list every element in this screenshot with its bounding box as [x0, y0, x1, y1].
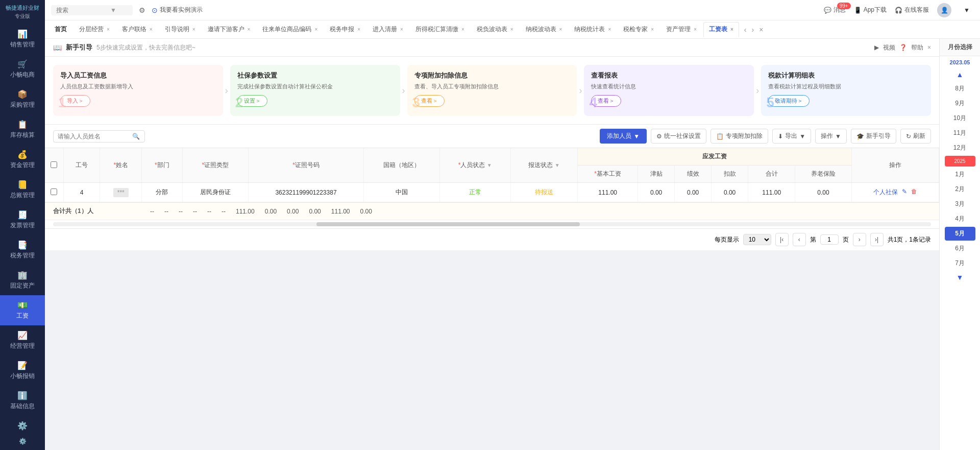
tab-tax-expert[interactable]: 税检专家 × [618, 22, 659, 37]
tab-clearance[interactable]: 进入清册 × [367, 22, 409, 37]
report-status-filter-icon[interactable]: ▼ [555, 162, 560, 168]
tab-tax-stats[interactable]: 纳税波动表 × [520, 22, 568, 37]
personal-social-security-link[interactable]: 个人社保 [873, 188, 898, 197]
tab-prev-icon[interactable]: ‹ [742, 25, 749, 35]
page-prev-btn[interactable]: ‹ [793, 233, 806, 246]
tab-close-all-icon[interactable]: × [757, 25, 765, 35]
unified-social-security-button[interactable]: ⚙ 统一社保设置 [651, 129, 706, 144]
month-item-10[interactable]: 10月 [945, 111, 975, 125]
sidebar-item-operations[interactable]: 📈 经营管理 [0, 325, 45, 356]
sidebar-item-salary[interactable]: 💵 工资 [0, 295, 45, 325]
tab-hierarchy-close[interactable]: × [107, 27, 110, 32]
month-item-6[interactable]: 6月 [945, 242, 975, 255]
sidebar-item-assets[interactable]: 🏢 固定资产 [0, 265, 45, 295]
tab-hierarchy[interactable]: 分层经营 × [74, 22, 115, 37]
edit-icon[interactable]: ✎ [902, 188, 907, 197]
guide-video-label[interactable]: 视频 [883, 43, 895, 52]
sidebar-item-invoice[interactable]: 🧾 发票管理 [0, 205, 45, 235]
header-online-btn[interactable]: 🎧 在线客服 [895, 6, 929, 14]
new-guide-button[interactable]: 🎓 新手引导 [851, 129, 896, 144]
tab-assets-mgmt-close[interactable]: × [694, 27, 697, 32]
sidebar-item-ledger[interactable]: 📒 总账管理 [0, 175, 45, 205]
month-item-5-active[interactable]: 5月 [945, 227, 975, 241]
month-item-2[interactable]: 2月 [945, 182, 975, 196]
tab-tax-report-close[interactable]: × [357, 27, 360, 32]
guide-close-icon[interactable]: × [927, 44, 931, 51]
month-item-8[interactable]: 8月 [945, 82, 975, 96]
tab-next-icon[interactable]: › [749, 25, 756, 35]
operation-button[interactable]: 操作 ▼ [815, 129, 847, 144]
tab-salary-sheet[interactable]: 工资表 × [703, 22, 739, 37]
sidebar-item-ecommerce[interactable]: 🛒 小畅电商 [0, 54, 45, 84]
month-up-btn[interactable]: ▲ [954, 68, 966, 81]
tab-tax-calc[interactable]: 所得税汇算清缴 × [410, 22, 470, 37]
user-avatar[interactable]: 👤 [937, 3, 951, 17]
step-5-btn[interactable]: 敬请期待＞ [768, 95, 810, 107]
header-gear-icon[interactable]: ⚙ [137, 4, 148, 16]
sidebar-item-report[interactable]: 📝 小畅报销 [0, 356, 45, 386]
month-item-12[interactable]: 12月 [945, 141, 975, 155]
page-last-btn[interactable]: ›| [870, 233, 884, 246]
td-performance: 0.00 [675, 183, 712, 202]
tab-customer[interactable]: 客户联络 × [116, 22, 158, 37]
tab-guide[interactable]: 引导说明 × [159, 22, 201, 37]
guide-help-label[interactable]: 帮助 [911, 43, 923, 52]
tab-tax-summary[interactable]: 纳税统计表 × [569, 22, 617, 37]
month-item-4[interactable]: 4月 [945, 212, 975, 226]
sidebar-item-sales[interactable]: 📊 销售管理 [0, 24, 45, 54]
sidebar-item-finance[interactable]: 💰 资金管理 [0, 145, 45, 175]
settings-gear-icon: ⚙️ [19, 438, 27, 445]
sidebar-item-tax[interactable]: 📑 税务管理 [0, 235, 45, 265]
tab-assets-mgmt[interactable]: 资产管理 × [660, 22, 702, 37]
horizontal-scrollbar[interactable] [53, 222, 931, 226]
page-first-btn[interactable]: |‹ [775, 233, 789, 246]
salary-table-wrapper: 工号 *姓名 *部门 *证照类型 [45, 148, 939, 202]
sidebar-item-basic[interactable]: ℹ️ 基础信息 [0, 386, 45, 416]
tab-salary-sheet-close[interactable]: × [730, 27, 733, 32]
page-input[interactable] [820, 234, 839, 245]
sidebar-settings[interactable]: ⚙️ [17, 433, 29, 450]
status-filter-icon[interactable]: ▼ [487, 162, 492, 168]
sidebar-item-purchase[interactable]: 📦 采购管理 [0, 84, 45, 114]
tab-tax-expert-close[interactable]: × [651, 27, 654, 32]
tab-clearance-close[interactable]: × [400, 27, 403, 32]
tab-product-code[interactable]: 往来单位商品编码 × [257, 22, 323, 37]
row-checkbox[interactable] [51, 188, 57, 195]
tab-home[interactable]: 首页 [49, 22, 72, 37]
month-item-1[interactable]: 1月 [945, 168, 975, 181]
tab-invite-close[interactable]: × [248, 27, 251, 32]
delete-icon[interactable]: 🗑 [911, 188, 917, 197]
add-employee-button[interactable]: 添加人员 ▼ [600, 129, 647, 144]
refresh-button[interactable]: ↻ 刷新 [900, 129, 931, 144]
tab-tax-exemption-close[interactable]: × [510, 27, 513, 32]
tab-tax-report[interactable]: 税务申报 × [324, 22, 366, 37]
select-all-checkbox[interactable] [51, 161, 57, 168]
tab-product-code-close[interactable]: × [314, 27, 317, 32]
user-menu[interactable]: ▼ [960, 3, 974, 17]
tab-invite[interactable]: 邀请下游客户 × [202, 22, 256, 37]
page-size-select[interactable]: 10 20 50 100 [743, 234, 771, 245]
header-app-btn[interactable]: 📱 App下载 [854, 6, 887, 14]
header-search-box[interactable]: ▼ [51, 5, 133, 15]
month-item-3[interactable]: 3月 [945, 197, 975, 211]
sidebar-item-system[interactable]: ⚙️ 系统管理 [0, 416, 45, 433]
sidebar-item-inventory[interactable]: 📋 库存核算 [0, 114, 45, 145]
header-msg-btn[interactable]: 💬 消息 99+ [824, 6, 846, 14]
employee-search-input[interactable] [58, 133, 129, 140]
tab-tax-stats-close[interactable]: × [559, 27, 562, 32]
month-item-9[interactable]: 9月 [945, 97, 975, 110]
page-next-btn[interactable]: › [853, 233, 866, 246]
tab-customer-close[interactable]: × [150, 27, 153, 32]
tab-tax-calc-close[interactable]: × [461, 27, 464, 32]
header-demo-link[interactable]: ⊙ 我要看实例演示 [152, 6, 203, 14]
header-search-input[interactable] [56, 7, 107, 14]
month-item-7[interactable]: 7月 [945, 256, 975, 270]
employee-search-box[interactable]: 🔍 [53, 130, 145, 143]
month-down-btn[interactable]: ▼ [954, 271, 966, 283]
special-deduction-button[interactable]: 📋 专项附加扣除 [710, 129, 768, 144]
month-item-11[interactable]: 11月 [945, 126, 975, 140]
tab-tax-summary-close[interactable]: × [608, 27, 611, 32]
tab-tax-exemption[interactable]: 税负波动表 × [471, 22, 519, 37]
tab-guide-close[interactable]: × [192, 27, 195, 32]
export-button[interactable]: ⬇ 导出 ▼ [772, 129, 811, 144]
